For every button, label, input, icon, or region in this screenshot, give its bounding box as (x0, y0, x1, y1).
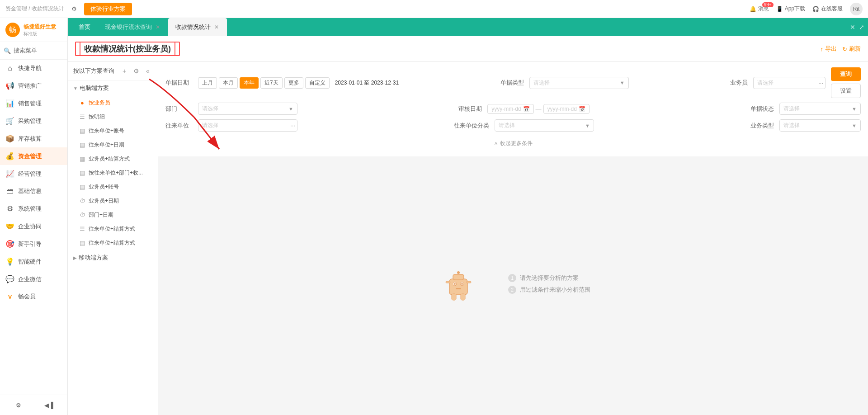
date-btn-this-year[interactable]: 本年 (240, 77, 259, 89)
review-date-from[interactable]: yyyy-mm-dd 📅 (487, 104, 533, 114)
partner-more-icon[interactable]: ··· (288, 122, 297, 129)
page-header: 收款情况统计(按业务员) ↑ 导出 ↻ 刷新 (68, 36, 868, 62)
doc-type-chevron-icon: ▼ (620, 80, 625, 85)
scheme-item-partner-settle2[interactable]: ▤ 往来单位+结算方式 (68, 236, 158, 250)
sidebar-item-system[interactable]: ⚙ 系统管理 (0, 200, 67, 217)
sidebar-collapse-button[interactable]: ◀▐ (42, 399, 55, 411)
biz-type-dropdown[interactable]: 请选择 ▼ (779, 119, 861, 132)
scheme-item-by-detail[interactable]: ☰ 按明细 (68, 110, 158, 124)
top-bar-right: 🔔 消息 99+ 📱 App下载 🎧 在线客服 Rit (750, 3, 863, 15)
settings-button[interactable]: ⚙ (68, 3, 80, 15)
doc-type-label: 单据类型 (500, 79, 524, 87)
review-date-range: yyyy-mm-dd 📅 — yyyy-mm-dd 📅 (487, 104, 590, 114)
partner-settle1-icon: ☰ (79, 226, 86, 232)
page-content: 收款情况统计(按业务员) ↑ 导出 ↻ 刷新 (68, 36, 868, 415)
partner-category-dropdown[interactable]: 请选择 ▼ (495, 119, 594, 132)
scheme-item-dept-date[interactable]: ⏱ 部门+日期 (68, 208, 158, 222)
app-download-link[interactable]: 📱 App下载 (776, 5, 805, 13)
scheme-item-partner-date[interactable]: ▤ 往来单位+日期 (68, 138, 158, 152)
tab-bank-flow[interactable]: 现金银行流水查询 ✕ (98, 18, 168, 36)
scheme-group-desktop[interactable]: ▼ 电脑端方案 (68, 80, 158, 96)
sidebar-item-purchase[interactable]: 🛒 采购管理 (0, 112, 67, 130)
sidebar-item-finance[interactable]: 💰 资金管理 (0, 147, 67, 165)
scheme-header-actions: + ⚙ « (120, 66, 152, 75)
date-btn-last-month[interactable]: 上月 (198, 77, 217, 89)
filter-content: 单据日期 上月 本月 本年 近7天 更多 自定义 (158, 62, 868, 156)
svg-rect-1 (453, 274, 464, 280)
search-menu-item[interactable]: 🔍 搜索菜单 (0, 42, 67, 60)
sidebar-item-hardware[interactable]: 💡 智能硬件 (0, 253, 67, 270)
trial-button[interactable]: 体验行业方案 (84, 3, 132, 15)
scheme-item-partner-account[interactable]: ▤ 往来单位+账号 (68, 124, 158, 138)
doc-status-dropdown[interactable]: 请选择 ▼ (779, 103, 861, 115)
review-date-to[interactable]: yyyy-mm-dd 📅 (543, 104, 590, 114)
scheme-item-by-salesman[interactable]: ● 按业务员 (68, 96, 158, 110)
user-avatar[interactable]: Rit (850, 3, 863, 15)
collapse-scheme-button[interactable]: « (143, 66, 152, 75)
sidebar-item-corp[interactable]: 🤝 企业协同 (0, 217, 67, 235)
online-service-link[interactable]: 🎧 在线客服 (812, 5, 843, 13)
salesman-date-icon: ⏱ (79, 198, 86, 204)
scheme-item-salesman-date[interactable]: ⏱ 业务员+日期 (68, 194, 158, 208)
date-btn-more[interactable]: 更多 (284, 77, 303, 89)
system-icon: ⚙ (5, 204, 14, 213)
salesman-more-icon[interactable]: ··· (816, 80, 825, 86)
edition-tag: 标准版 (24, 31, 56, 37)
tab-receipt-stats-close[interactable]: ✕ (213, 23, 220, 31)
refresh-button[interactable]: ↻ 刷新 (842, 45, 861, 53)
sidebar-item-operations[interactable]: 📈 经营管理 (0, 165, 67, 183)
sidebar-item-basic[interactable]: 🗃 基础信息 (0, 183, 67, 200)
collapse-conditions-button[interactable]: ∧ 收起更多条件 (165, 136, 861, 151)
tab-maximize-button[interactable]: ⤢ (859, 24, 864, 31)
svg-point-5 (454, 283, 456, 285)
svg-point-6 (461, 283, 463, 285)
salesman-field[interactable]: 请选择 ··· (753, 77, 826, 89)
scheme-group-mobile[interactable]: ▶ 移动端方案 (68, 250, 158, 265)
review-date-label: 审核日期 (458, 105, 482, 113)
hint-num-2: 2 (508, 286, 516, 294)
action-buttons: 查询 设置 (831, 67, 861, 98)
empty-state: 1 请先选择要分析的方案 2 用过滤条件来缩小分析范围 (436, 263, 590, 308)
messages-badge: 99+ (762, 2, 774, 7)
date-btn-this-month[interactable]: 本月 (219, 77, 238, 89)
export-icon: ↑ (821, 46, 824, 52)
sidebar-item-inventory[interactable]: 📦 库存核算 (0, 130, 67, 147)
scheme-item-partner-dept-receipt[interactable]: ▤ 按往来单位+部门+收... (68, 166, 158, 180)
headset-icon: 🎧 (812, 6, 819, 12)
svg-point-2 (457, 271, 460, 274)
scheme-item-salesman-settle[interactable]: ▦ 业务员+结算方式 (68, 152, 158, 166)
svg-rect-7 (456, 288, 461, 289)
sidebar-item-wechat[interactable]: 💬 企业微信 (0, 270, 67, 288)
top-bar-left: 资金管理 / 收款情况统计 ⚙ 体验行业方案 (5, 3, 132, 15)
scheme-item-partner-settle1[interactable]: ☰ 往来单位+结算方式 (68, 222, 158, 236)
svg-rect-9 (467, 281, 471, 283)
sidebar-item-quick-nav[interactable]: ⌂ 快捷导航 (0, 60, 67, 77)
tab-bank-flow-close[interactable]: ✕ (155, 23, 161, 31)
filter-settings-button[interactable]: 设置 (831, 84, 861, 98)
dept-dropdown[interactable]: 请选择 ▼ (198, 103, 297, 115)
manage-scheme-button[interactable]: ⚙ (132, 66, 141, 75)
sidebar-item-guide[interactable]: 🎯 新手引导 (0, 235, 67, 253)
date-btn-7days[interactable]: 近7天 (260, 77, 283, 89)
sidebar-item-marketing[interactable]: 📢 营销推广 (0, 77, 67, 94)
partner-field[interactable]: 请选择 ··· (198, 119, 297, 132)
tab-close-all-button[interactable]: ✕ (850, 24, 855, 31)
query-button[interactable]: 查询 (831, 67, 861, 81)
add-scheme-button[interactable]: + (120, 66, 129, 75)
messages-button[interactable]: 🔔 消息 99+ (750, 5, 769, 13)
doc-type-dropdown[interactable]: 请选择 ▼ (529, 77, 629, 89)
top-bar: 资金管理 / 收款情况统计 ⚙ 体验行业方案 🔔 消息 99+ 📱 App下载 … (0, 0, 868, 18)
filter-row-3: 往来单位 请选择 ··· 往来单位分类 请选择 ▼ (165, 119, 861, 132)
basic-icon: 🗃 (5, 187, 14, 195)
sidebar-settings-button[interactable]: ⚙ (12, 399, 25, 411)
export-button[interactable]: ↑ 导出 (821, 45, 837, 53)
page-header-actions: ↑ 导出 ↻ 刷新 (821, 45, 861, 53)
date-btn-custom[interactable]: 自定义 (305, 77, 330, 89)
partner-settle2-icon: ▤ (79, 240, 86, 246)
sidebar-item-sales[interactable]: 📊 销售管理 (0, 94, 67, 112)
sidebar-item-member[interactable]: V 畅会员 (0, 288, 67, 305)
scheme-item-salesman-account[interactable]: ▤ 业务员+账号 (68, 180, 158, 194)
svg-rect-10 (452, 294, 456, 300)
tab-receipt-stats[interactable]: 收款情况统计 ✕ (168, 18, 227, 36)
tab-home[interactable]: 首页 (71, 18, 98, 36)
